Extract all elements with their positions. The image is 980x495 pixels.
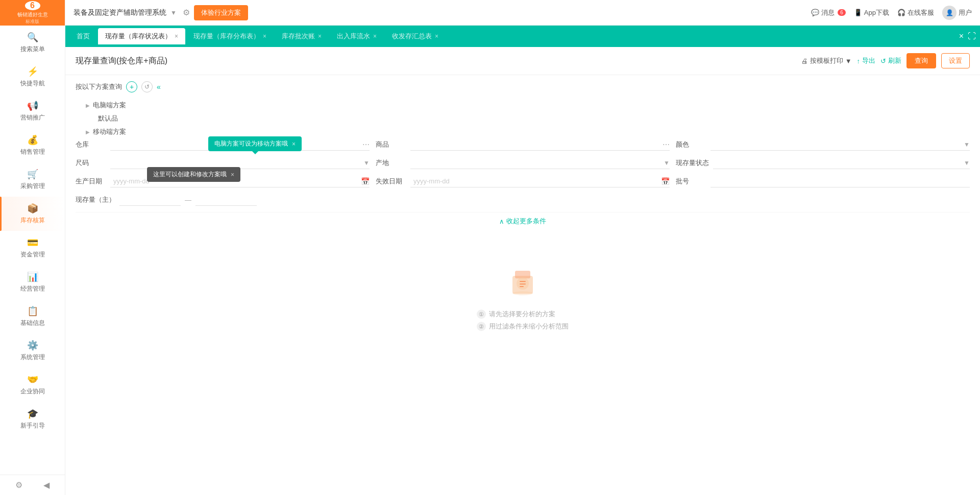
- sub-scheme-item-default[interactable]: 默认品: [98, 112, 960, 125]
- sidebar-item-inventory[interactable]: 📦 库存核算: [0, 197, 65, 231]
- sidebar-icon-sales: 💰: [27, 134, 38, 146]
- trial-button[interactable]: 体验行业方案: [194, 5, 248, 20]
- goods-dots-icon[interactable]: ⋯: [663, 140, 670, 149]
- filter-form: 仓库 ⋯ 商品 ⋯ 颜色 ▼: [65, 138, 980, 230]
- tab-stock-collect-close[interactable]: ×: [435, 33, 438, 40]
- color-input[interactable]: [710, 138, 964, 150]
- print-dropdown-icon: ▼: [845, 57, 852, 65]
- prod-date-calendar-icon[interactable]: 📅: [361, 177, 370, 185]
- origin-dropdown-icon[interactable]: ▼: [664, 159, 670, 167]
- print-icon: 🖨: [801, 57, 808, 65]
- sidebar-icon-system: ⚙️: [27, 340, 38, 351]
- stock-qty-min-input[interactable]: [119, 194, 181, 206]
- tab-close-all-btn[interactable]: ×: [959, 32, 964, 41]
- exp-date-calendar-icon[interactable]: 📅: [661, 177, 670, 185]
- app-download-item[interactable]: 📱 App下载: [854, 8, 889, 17]
- filter-add-btn[interactable]: +: [126, 81, 137, 92]
- user-item[interactable]: 👤 用户: [942, 6, 972, 20]
- query-btn[interactable]: 查询: [906, 53, 936, 68]
- tab-home-label: 首页: [77, 32, 90, 41]
- scheme-pc-label: 电脑端方案: [93, 101, 126, 110]
- messages-badge: 6: [838, 9, 846, 16]
- sidebar-icon-purchase: 🛒: [27, 169, 38, 180]
- sidebar-logo: 6 畅销通好生意 标准版: [0, 0, 65, 26]
- sidebar-icon-operation: 📊: [27, 271, 38, 282]
- settings-btn[interactable]: 设置: [941, 53, 970, 68]
- header-system-title: 装备及固定资产辅助管理系统: [74, 8, 166, 17]
- scheme-item-pc[interactable]: ▶ 电脑端方案: [86, 99, 960, 112]
- sidebar-item-purchase[interactable]: 🛒 采购管理: [0, 162, 65, 197]
- tab-stock-batch-close[interactable]: ×: [318, 33, 322, 40]
- batch-label: 批号: [676, 177, 706, 186]
- collapse-btn[interactable]: ∧ 收起更多条件: [499, 217, 546, 226]
- tip-text-1: 请先选择要分析的方案: [489, 310, 555, 319]
- stock-status-dropdown-icon[interactable]: ▼: [964, 159, 970, 167]
- filter-back-btn[interactable]: «: [157, 83, 161, 91]
- refresh-btn[interactable]: ↺ 刷新: [880, 56, 901, 65]
- sidebar-item-base[interactable]: 📋 基础信息: [0, 299, 65, 334]
- print-btn[interactable]: 🖨 按模板打印 ▼: [801, 56, 852, 65]
- tab-stock-batch[interactable]: 库存批次账 ×: [275, 28, 329, 44]
- sidebar-item-guide[interactable]: 🎓 新手引导: [0, 402, 65, 436]
- stock-status-input[interactable]: [713, 157, 964, 169]
- sidebar-item-marketing[interactable]: 📢 营销推广: [0, 94, 65, 128]
- tab-stock-status-close[interactable]: ×: [175, 33, 178, 40]
- sidebar-bottom: ⚙ ◀: [0, 475, 65, 495]
- stock-qty-label: 现存量（主）: [76, 195, 115, 204]
- batch-input[interactable]: [710, 175, 970, 187]
- origin-input[interactable]: [410, 157, 664, 169]
- svg-rect-1: [515, 271, 530, 278]
- sidebar-nav: 🔍 搜索菜单 ⚡ 快捷导航 📢 营销推广 💰 销售管理 🛒 采购管理 📦 库存核…: [0, 26, 65, 475]
- sidebar-item-sales[interactable]: 💰 销售管理: [0, 128, 65, 162]
- collapse-sidebar-icon[interactable]: ◀: [43, 480, 50, 490]
- sidebar-item-enterprise[interactable]: 🤝 企业协同: [0, 368, 65, 402]
- tab-stock-dist-label: 现存量（库存分布表）: [193, 32, 260, 41]
- color-dropdown-icon[interactable]: ▼: [964, 141, 970, 148]
- tab-home[interactable]: 首页: [69, 28, 97, 44]
- stock-qty-max-input[interactable]: [195, 194, 257, 206]
- empty-state: ① 请先选择要分析的方案 ② 用过滤条件来缩小分析范围: [65, 230, 980, 365]
- warehouse-dots-icon[interactable]: ⋯: [362, 140, 370, 149]
- header-settings-icon[interactable]: ⚙: [183, 8, 190, 17]
- sidebar-label-nav: 快捷导航: [20, 79, 45, 88]
- stock-qty-separator: —: [185, 196, 191, 204]
- goods-input[interactable]: [410, 138, 663, 150]
- tab-stock-dist-close[interactable]: ×: [263, 33, 266, 40]
- add-tooltip-close[interactable]: ×: [292, 140, 296, 148]
- edit-tooltip-close[interactable]: ×: [231, 171, 234, 178]
- online-support-item[interactable]: 🎧 在线客服: [897, 8, 934, 17]
- header-dropdown-icon[interactable]: ▼: [170, 9, 177, 16]
- sidebar-item-finance[interactable]: 💳 资金管理: [0, 231, 65, 265]
- tab-stock-dist[interactable]: 现存量（库存分布表） ×: [186, 28, 274, 44]
- filter-field-batch: 批号: [676, 175, 970, 187]
- sidebar-item-search[interactable]: 🔍 搜索菜单: [0, 26, 65, 60]
- sidebar-icon-inventory: 📦: [27, 203, 38, 214]
- size-dropdown-icon[interactable]: ▼: [363, 159, 370, 167]
- export-label: 导出: [862, 56, 875, 65]
- svg-rect-5: [520, 286, 524, 287]
- sidebar-label-guide: 新手引导: [20, 421, 45, 430]
- filter-refresh-btn[interactable]: ↺: [141, 81, 153, 92]
- sidebar-item-system[interactable]: ⚙️ 系统管理: [0, 334, 65, 368]
- tabs-actions: × ⛶: [959, 32, 976, 41]
- tab-fullscreen-btn[interactable]: ⛶: [968, 32, 976, 41]
- filter-row-4: 现存量（主） —: [76, 194, 970, 206]
- online-support-icon: 🎧: [897, 9, 905, 16]
- tab-stock-collect[interactable]: 收发存汇总表 ×: [385, 28, 446, 44]
- scheme-list: ▶ 电脑端方案 这里可以创建和修改方案哦 × 默认品 ▶ 移动端方案: [76, 99, 970, 138]
- tab-stock-flow[interactable]: 出入库流水 ×: [330, 28, 384, 44]
- messages-label: 消息: [821, 8, 835, 17]
- collapse-arrow-icon: ∧: [499, 218, 504, 225]
- sidebar-item-operation[interactable]: 📊 经营管理: [0, 265, 65, 299]
- sidebar-label-purchase: 采购管理: [20, 182, 45, 191]
- refresh-icon: ↺: [880, 57, 886, 65]
- sidebar-item-nav[interactable]: ⚡ 快捷导航: [0, 60, 65, 94]
- tab-stock-status[interactable]: 现存量（库存状况表） ×: [98, 28, 185, 44]
- export-btn[interactable]: ↑ 导出: [857, 56, 876, 65]
- exp-date-input[interactable]: [410, 175, 661, 187]
- exp-date-wrap: 📅: [410, 175, 670, 187]
- sidebar-icon-guide: 🎓: [27, 408, 38, 419]
- messages-item[interactable]: 💬 消息 6: [811, 8, 846, 17]
- tab-stock-flow-close[interactable]: ×: [373, 33, 377, 40]
- settings-bottom-icon[interactable]: ⚙: [15, 480, 22, 490]
